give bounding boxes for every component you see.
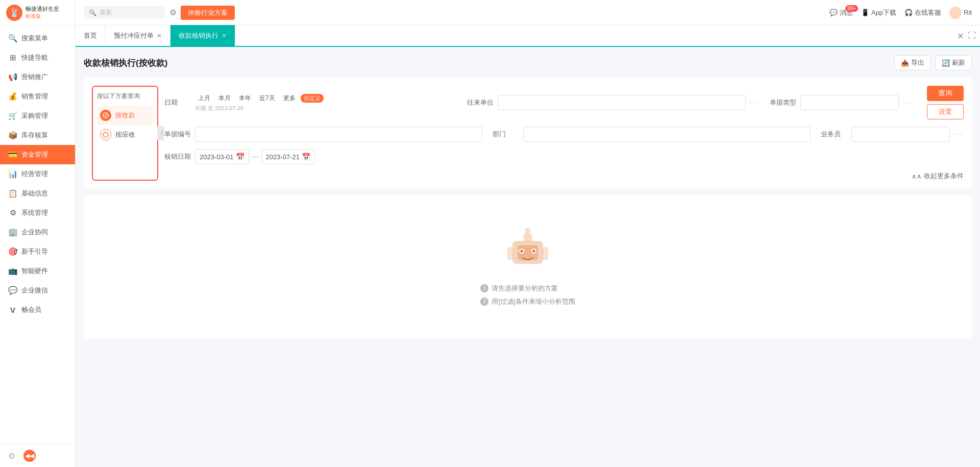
app-name: 畅捷通好生意 <box>26 5 59 13</box>
counterpart-dots-btn[interactable]: ··· <box>750 98 760 107</box>
top-bar-right: 💬 消息 99+ 📱 App下载 🎧 在线客服 Rit <box>829 7 972 19</box>
setting-button[interactable]: 设置 <box>927 104 964 119</box>
counterpart-input[interactable] <box>498 95 746 110</box>
user-profile-button[interactable]: Rit <box>949 7 972 19</box>
sidebar-item-inventory[interactable]: 📦 库存核算 <box>0 126 75 145</box>
message-button[interactable]: 💬 消息 99+ <box>829 8 853 17</box>
svg-rect-8 <box>524 233 532 242</box>
dept-select[interactable] <box>523 127 811 142</box>
tab-close-all-icon[interactable]: ✕ <box>957 31 964 41</box>
sidebar-label-purchase: 采购管理 <box>21 111 48 120</box>
receipt-tab-close-icon[interactable]: ✕ <box>222 32 227 39</box>
app-download-label: App下载 <box>871 8 896 17</box>
quick-icon: ⊞ <box>8 53 17 62</box>
sidebar-item-sales[interactable]: 💰 销售管理 <box>0 87 75 106</box>
home-tab-label: 首页 <box>84 31 97 40</box>
empty-state: 1 请先选择要分析的方案 2 用[过滤]条件来缩小分析范围 <box>84 195 972 339</box>
filter-container: 按以下方案查询 按收款 <box>84 78 972 189</box>
sidebar-item-purchase[interactable]: 🛒 采购管理 <box>0 106 75 126</box>
tab-expand-icon[interactable]: ⛶ <box>968 31 976 40</box>
export-button[interactable]: 📤 导出 <box>894 55 931 70</box>
service-icon: 🎧 <box>904 9 913 16</box>
content-area: 收款核销执行(按收款) 📤 导出 🔄 刷新 按以下方案查询 <box>76 47 980 467</box>
sidebar-label-management: 经营管理 <box>21 169 48 179</box>
staff-label: 业务员 <box>821 130 847 139</box>
sidebar-item-guide[interactable]: 🎯 新手引导 <box>0 242 75 261</box>
vip-icon: V <box>8 306 17 314</box>
filter-row-3: 核销日期 2023-03-01 📅 — 2023-07-21 📅 <box>164 149 964 164</box>
sidebar-item-management[interactable]: 📊 经营管理 <box>0 164 75 184</box>
prepay-tab-close-icon[interactable]: ✕ <box>157 32 162 39</box>
staff-field: 业务员 ··· <box>821 127 964 142</box>
date-last-month-btn[interactable]: 上月 <box>195 93 213 104</box>
tab-prepay[interactable]: 预付冲应付单 ✕ <box>106 25 170 46</box>
svg-point-9 <box>525 228 531 234</box>
staff-dots-btn[interactable]: ··· <box>954 130 964 139</box>
filter-by-receivable[interactable]: 按应收 <box>97 125 153 144</box>
writeoff-date-field: 核销日期 2023-03-01 📅 — 2023-07-21 📅 <box>164 149 964 164</box>
date-range-separator: — <box>252 153 258 160</box>
svg-point-7 <box>533 250 535 253</box>
collapse-more-button[interactable]: ∧∧ 收起更多条件 <box>912 171 964 181</box>
sidebar-item-system[interactable]: ⚙ 系统管理 <box>0 203 75 223</box>
logo-icon: 🐰 <box>6 5 22 21</box>
calendar-end-icon[interactable]: 📅 <box>302 153 310 161</box>
industry-solution-button[interactable]: 休验行业方案 <box>181 6 235 20</box>
voucher-type-select[interactable] <box>800 95 899 110</box>
sidebar-item-marketing[interactable]: 📢 营销推广 <box>0 67 75 87</box>
search-icon: 🔍 <box>8 34 17 43</box>
tab-home[interactable]: 首页 <box>76 25 106 46</box>
date-range-start[interactable]: 2023-03-01 📅 <box>195 149 249 164</box>
enterprise-icon: 🏢 <box>8 228 17 237</box>
voucher-no-input[interactable] <box>195 127 482 142</box>
online-service-button[interactable]: 🎧 在线客服 <box>904 8 941 17</box>
date-this-year-btn[interactable]: 本年 <box>236 93 254 104</box>
message-badge: 99+ <box>845 5 858 12</box>
writeoff-date-label: 核销日期 <box>164 152 191 161</box>
gear-settings-icon[interactable]: ⚙ <box>169 8 177 17</box>
app-download-button[interactable]: 📱 App下载 <box>861 8 896 17</box>
filter-sidebar-collapse-button[interactable]: 《 <box>157 126 164 140</box>
writeoff-start-text: 2023-03-01 <box>200 153 234 161</box>
calendar-start-icon[interactable]: 📅 <box>236 153 244 161</box>
date-range-end[interactable]: 2023-07-21 📅 <box>261 149 315 164</box>
sidebar-item-wechat[interactable]: 💬 企业微信 <box>0 281 75 300</box>
filter-actions-row: ∧∧ 收起更多条件 <box>164 171 964 181</box>
hardware-icon: 📺 <box>8 266 17 276</box>
management-icon: 📊 <box>8 169 17 179</box>
sidebar-item-vip[interactable]: V 畅会员 <box>0 300 75 319</box>
date-range: 2023-03-01 📅 — 2023-07-21 📅 <box>195 149 315 164</box>
refresh-button[interactable]: 🔄 刷新 <box>935 55 972 70</box>
sidebar-footer: ⚙ ◀◀ <box>0 444 75 467</box>
tab-receipt[interactable]: 收款核销执行 ✕ <box>170 25 235 46</box>
date-more-btn[interactable]: 更多 <box>280 93 299 104</box>
search-area[interactable]: 🔍 搜索 <box>84 6 165 19</box>
page-actions: 📤 导出 🔄 刷新 <box>894 55 972 70</box>
date-this-month-btn[interactable]: 本月 <box>215 93 234 104</box>
staff-input[interactable] <box>851 127 950 142</box>
wechat-icon: 💬 <box>8 286 17 295</box>
receipt-tab-label: 收款核销执行 <box>179 31 218 40</box>
voucher-type-label: 单据类型 <box>770 98 796 107</box>
voucher-type-dots-btn[interactable]: ··· <box>903 98 913 107</box>
basic-icon: 📋 <box>8 189 17 198</box>
filter-by-receipt[interactable]: 按收款 <box>97 106 153 125</box>
sidebar-item-enterprise[interactable]: 🏢 企业协同 <box>0 223 75 242</box>
inventory-icon: 📦 <box>8 131 17 140</box>
empty-tip-1: 请先选择要分析的方案 <box>492 282 558 295</box>
sidebar-item-search[interactable]: 🔍 搜索菜单 <box>0 29 75 48</box>
sidebar-item-quick[interactable]: ⊞ 快捷导航 <box>0 48 75 67</box>
settings-gear-icon[interactable]: ⚙ <box>8 451 15 461</box>
query-setting-col: 查询 设置 <box>927 86 964 119</box>
date-no-limit-text: 不限 至 2023-07-26 <box>195 105 324 112</box>
query-button[interactable]: 查询 <box>927 86 964 101</box>
top-bar: 🔍 搜索 ⚙ 休验行业方案 💬 消息 99+ 📱 App下载 🎧 在线客服 <box>76 0 980 26</box>
main-area: 🔍 搜索 ⚙ 休验行业方案 💬 消息 99+ 📱 App下载 🎧 在线客服 <box>76 0 980 467</box>
sidebar-item-finance[interactable]: 💳 资金管理 <box>0 145 75 164</box>
date-custom-badge[interactable]: 自定义 <box>301 94 324 103</box>
sidebar-item-hardware[interactable]: 📺 智能硬件 <box>0 261 75 281</box>
sidebar-collapse-button[interactable]: ◀◀ <box>23 450 36 462</box>
sidebar-item-basic[interactable]: 📋 基础信息 <box>0 184 75 203</box>
date-label: 日期 <box>164 98 191 107</box>
date-7days-btn[interactable]: 近7天 <box>256 93 278 104</box>
